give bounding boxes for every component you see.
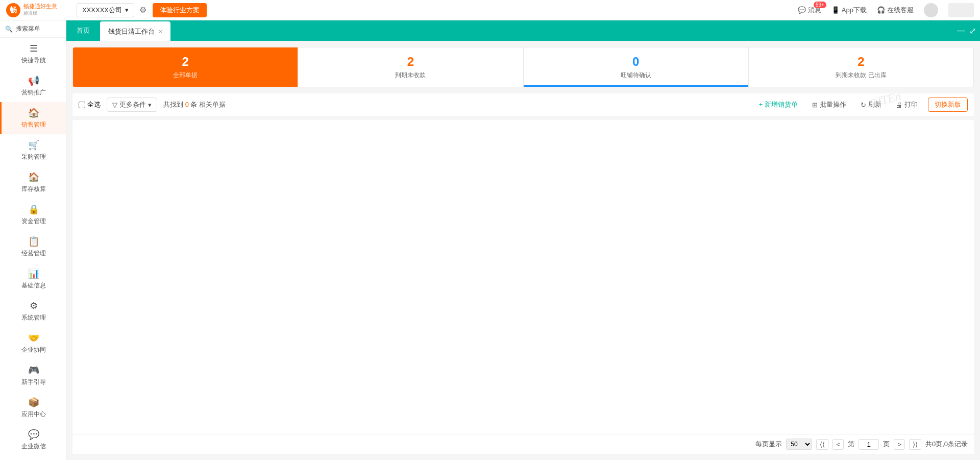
stat-underline-out (749, 85, 973, 87)
avatar[interactable] (924, 3, 938, 17)
batch-icon: ⊞ (812, 101, 818, 109)
quick-nav-icon: ☰ (30, 43, 38, 54)
sidebar-label-marketing: 营销推广 (21, 88, 46, 97)
sidebar-item-member[interactable]: V 畅会员 (0, 456, 66, 460)
stat-label-overdue: 到期未收款 (395, 71, 426, 80)
purchase-icon: 🛒 (28, 139, 39, 151)
first-page-btn[interactable]: ⟨⟨ (816, 439, 828, 450)
stat-card-all[interactable]: 2 全部单据 (73, 47, 298, 87)
refresh-label: 刷新 (868, 100, 881, 109)
sidebar-label-basic-info: 基础信息 (21, 281, 46, 290)
sidebar-item-finance[interactable]: 🔒 资金管理 (0, 199, 66, 231)
more-filters-btn[interactable]: ▽ 更多条件 ▾ (107, 98, 157, 112)
stat-label-pending: 旺铺待确认 (621, 71, 651, 80)
message-badge: 99+ (814, 2, 826, 8)
sidebar-item-app-center[interactable]: 📦 应用中心 (0, 392, 66, 424)
stat-underline-all (73, 85, 298, 87)
sidebar-label-sales: 销售管理 (21, 120, 46, 129)
tab-label: 钱货日清工作台 (108, 27, 155, 36)
settings-icon[interactable]: ⚙ (139, 5, 146, 15)
switch-version-btn[interactable]: 切换新版 (928, 98, 968, 112)
app-download-label: App下载 (842, 6, 867, 15)
sales-icon: 🏠 (28, 107, 39, 118)
trial-button[interactable]: 体验行业方案 (153, 3, 207, 17)
refresh-btn[interactable]: ↻ 刷新 (856, 98, 886, 111)
search-label: 搜索菜单 (16, 25, 40, 33)
last-page-btn[interactable]: ⟩⟩ (909, 439, 921, 450)
tab-home[interactable]: 首页 (66, 20, 100, 41)
stat-card-pending[interactable]: 0 旺铺待确认 (524, 47, 749, 87)
message-item[interactable]: 💬 消息 99+ (798, 6, 821, 15)
total-label: 共0页,0条记录 (925, 440, 968, 449)
app-center-icon: 📦 (28, 397, 39, 408)
add-order-btn[interactable]: + 新增销货单 (755, 98, 802, 111)
system-icon: ⚙ (30, 300, 38, 311)
sidebar-label-quick-nav: 快捷导航 (21, 56, 46, 65)
sidebar-item-operation[interactable]: 📋 经营管理 (0, 231, 66, 263)
batch-btn[interactable]: ⊞ 批量操作 (808, 98, 850, 111)
sidebar-item-inventory[interactable]: 🏠 库存核算 (0, 166, 66, 199)
sidebar-label-wechat: 企业微信 (21, 442, 46, 451)
select-all-area[interactable]: 全选 (79, 100, 101, 109)
batch-label: 批量操作 (820, 100, 846, 109)
logo-sub: 标准版 (23, 10, 57, 17)
sidebar: 🔍 搜索菜单 ☰ 快捷导航 📢 营销推广 🏠 销售管理 🛒 采购管理 🏠 库存核… (0, 20, 66, 460)
sidebar-label-purchase: 采购管理 (21, 153, 46, 161)
sidebar-item-sales[interactable]: 🏠 销售管理 (0, 102, 66, 134)
stat-underline-overdue (298, 85, 523, 87)
sidebar-label-finance: 资金管理 (21, 217, 46, 226)
logo-text: 畅捷通好生意 (23, 3, 57, 10)
print-btn[interactable]: 🖨 打印 (892, 98, 922, 111)
sidebar-label-operation: 经营管理 (21, 249, 46, 258)
chevron-down-icon: ▾ (148, 101, 152, 109)
operation-icon: 📋 (28, 236, 39, 247)
found-suffix: 相关单据 (199, 101, 226, 108)
sidebar-item-beginner[interactable]: 🎮 新手引导 (0, 359, 66, 392)
per-page-select[interactable]: 50 10 20 100 (786, 439, 812, 450)
tab-expand-btn[interactable]: ⤢ (969, 26, 976, 36)
page-unit: 页 (883, 440, 890, 449)
sidebar-item-system[interactable]: ⚙ 系统管理 (0, 295, 66, 327)
found-count: 0 (185, 101, 189, 108)
tab-current[interactable]: 钱货日清工作台 × (100, 21, 170, 42)
prev-page-btn[interactable]: < (832, 439, 844, 450)
select-all-checkbox[interactable] (79, 102, 85, 108)
stat-number-overdue: 2 (407, 55, 414, 69)
toolbar: 全选 ▽ 更多条件 ▾ 共找到 0 条 相关单据 + 新增销货单 ⊞ (72, 93, 974, 116)
stat-label-out: 到期未收款 已出库 (836, 71, 886, 80)
online-service-item[interactable]: 🎧 在线客服 (877, 6, 914, 15)
top-header: 畅 畅捷通好生意 标准版 XXXXXX公司 ▾ ⚙ 体验行业方案 💬 消息 99… (0, 0, 980, 20)
stat-card-overdue[interactable]: 2 到期未收款 (298, 47, 523, 87)
basic-info-icon: 📊 (28, 268, 39, 279)
stat-number-all: 2 (182, 55, 188, 69)
main-layout: 🔍 搜索菜单 ☰ 快捷导航 📢 营销推广 🏠 销售管理 🛒 采购管理 🏠 库存核… (0, 20, 980, 460)
pagination: 每页显示 50 10 20 100 ⟨⟨ < 第 页 > ⟩⟩ 共0页,0条记录 (72, 434, 974, 454)
company-selector[interactable]: XXXXXX公司 ▾ (77, 3, 134, 17)
stat-card-out[interactable]: 2 到期未收款 已出库 (749, 47, 973, 87)
sidebar-item-wechat[interactable]: 💬 企业微信 (0, 424, 66, 456)
toolbar-right: + 新增销货单 ⊞ 批量操作 ↻ 刷新 🖨 打印 切换新版 (755, 98, 968, 112)
select-all-label: 全选 (87, 100, 101, 109)
logo-icon: 畅 (6, 3, 20, 17)
stat-number-pending: 0 (632, 55, 639, 69)
sidebar-item-basic-info[interactable]: 📊 基础信息 (0, 263, 66, 295)
sidebar-item-purchase[interactable]: 🛒 采购管理 (0, 134, 66, 166)
sidebar-item-quick-nav[interactable]: ☰ 快捷导航 (0, 38, 66, 70)
logo-area: 畅 畅捷通好生意 标准版 (6, 3, 72, 17)
refresh-icon: ↻ (861, 101, 866, 109)
page-input[interactable] (859, 439, 879, 450)
table-empty (72, 120, 974, 434)
next-page-btn[interactable]: > (894, 439, 905, 450)
sidebar-item-marketing[interactable]: 📢 营销推广 (0, 70, 66, 102)
tab-bar: 首页 钱货日清工作台 × — ⤢ (66, 20, 980, 41)
message-icon: 💬 (798, 6, 806, 14)
sidebar-item-enterprise[interactable]: 🤝 企业协同 (0, 327, 66, 359)
app-download-item[interactable]: 📱 App下载 (831, 6, 867, 15)
tab-minimize-btn[interactable]: — (957, 26, 965, 35)
sidebar-search[interactable]: 🔍 搜索菜单 (0, 20, 66, 38)
page-content: 2 全部单据 2 到期未收款 0 旺铺待确认 2 到期未收款 已出库 (66, 41, 980, 460)
print-icon: 🖨 (896, 101, 902, 109)
stats-row: 2 全部单据 2 到期未收款 0 旺铺待确认 2 到期未收款 已出库 (72, 47, 974, 87)
sidebar-label-app-center: 应用中心 (21, 410, 46, 419)
tab-close-icon[interactable]: × (159, 28, 162, 35)
